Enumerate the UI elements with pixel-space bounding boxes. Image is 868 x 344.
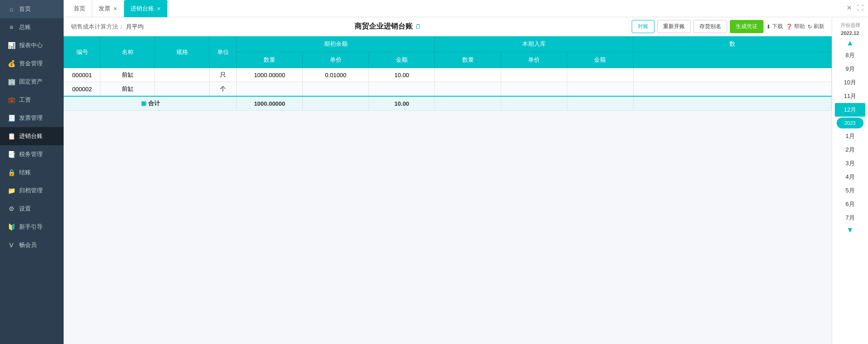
- purchase-sales-icon: 📋: [7, 133, 15, 140]
- col-open-price: 单价: [303, 52, 369, 68]
- scroll-down-button[interactable]: ▼: [832, 225, 868, 236]
- tax-icon: 📑: [7, 151, 15, 158]
- toolbar-buttons: 对账 重新开账 存货别名 生成凭证 ⬇ 下载 ❓ 帮助 ↻ 刷新: [632, 20, 824, 33]
- total-row: ▣合计 1000.00000 10.00: [64, 96, 832, 111]
- cell-in-price-2: [501, 82, 567, 97]
- month-panel: 月份选择 2022.12 ▲ 8月 9月 10月 11月 12月 2023 1月…: [832, 17, 868, 344]
- col-group-opening: 期初余额: [237, 36, 435, 52]
- sidebar-item-settings[interactable]: ⚙ 设置: [0, 200, 64, 218]
- cell-spec-1: [155, 68, 210, 82]
- cell-extra-2: [633, 82, 831, 97]
- total-open-price: [303, 96, 369, 111]
- tab-purchase-sales-close[interactable]: ✕: [157, 0, 161, 17]
- col-in-qty: 数量: [435, 52, 501, 68]
- total-icon: ▣: [141, 100, 146, 107]
- page-body: 销售成本计算方法： 月平均 商贸企业进销台账 🗒 对账 重新开账 存货别名 生成…: [64, 17, 832, 344]
- month-item-2023-5[interactable]: 5月: [832, 184, 868, 197]
- cell-id-2: 000002: [64, 82, 100, 97]
- col-id: 编号: [64, 36, 100, 68]
- cell-open-qty-1: 1000.00000: [237, 68, 303, 82]
- sidebar-item-home[interactable]: ⌂ 首页: [0, 0, 64, 18]
- window-maximize-button[interactable]: ⛶: [856, 4, 864, 12]
- col-open-qty: 数量: [237, 52, 303, 68]
- help-icon: ❓: [786, 24, 793, 30]
- info-bar: 销售成本计算方法： 月平均 商贸企业进销台账 🗒 对账 重新开账 存货别名 生成…: [64, 17, 832, 36]
- month-item-8[interactable]: 8月: [832, 49, 868, 62]
- download-button[interactable]: ⬇ 下载: [766, 23, 783, 30]
- page-title-icon[interactable]: 🗒: [415, 23, 421, 30]
- cell-open-amount-1: 10.00: [369, 68, 434, 82]
- main-table: 编号 名称 规格 单位 期初余额 本期入库 数 数量 单价 金额 数: [64, 36, 832, 111]
- month-item-2023-2[interactable]: 2月: [832, 143, 868, 157]
- col-name: 名称: [100, 36, 155, 68]
- month-item-2023-4[interactable]: 4月: [832, 170, 868, 184]
- cell-open-amount-2: [369, 82, 434, 97]
- cell-unit-2: 个: [210, 82, 237, 97]
- payroll-icon: 💼: [7, 96, 15, 103]
- reconcile-button[interactable]: 对账: [632, 20, 654, 33]
- content-area: 销售成本计算方法： 月平均 商贸企业进销台账 🗒 对账 重新开账 存货别名 生成…: [64, 17, 868, 344]
- year-2022-label: 2022.12: [832, 29, 868, 38]
- col-open-amount: 金额: [369, 52, 434, 68]
- ledger-icon: ≡: [7, 24, 15, 31]
- window-close-button[interactable]: ✕: [845, 4, 853, 12]
- sidebar-item-archive[interactable]: 📁 归档管理: [0, 182, 64, 200]
- sidebar-item-assets[interactable]: 🏢 固定资产: [0, 73, 64, 91]
- funds-icon: 💰: [7, 60, 15, 67]
- total-in-price: [501, 96, 567, 111]
- col-unit: 单位: [210, 36, 237, 68]
- month-item-10[interactable]: 10月: [832, 76, 868, 89]
- archive-icon: 📁: [7, 187, 15, 194]
- window-controls: ✕ ⛶: [845, 4, 864, 12]
- tab-home[interactable]: 首页: [67, 0, 92, 17]
- month-item-11[interactable]: 11月: [832, 89, 868, 103]
- sidebar-item-ledger[interactable]: ≡ 总账: [0, 18, 64, 36]
- col-in-price: 单价: [501, 52, 567, 68]
- col-group-inbound: 本期入库: [435, 36, 633, 52]
- page-title: 商贸企业进销台账: [354, 22, 413, 31]
- cell-spec-2: [155, 82, 210, 97]
- cell-in-qty-2: [435, 82, 501, 97]
- month-item-2023-6[interactable]: 6月: [832, 197, 868, 211]
- sidebar-item-purchase-sales[interactable]: 📋 进销台账: [0, 127, 64, 145]
- help-button[interactable]: ❓ 帮助: [786, 23, 805, 30]
- cell-extra-1: [633, 68, 831, 82]
- reopen-button[interactable]: 重新开账: [657, 20, 691, 33]
- cell-in-price-1: [501, 68, 567, 82]
- total-extra: [633, 96, 831, 111]
- month-item-9[interactable]: 9月: [832, 62, 868, 76]
- total-open-qty: 1000.00000: [237, 96, 303, 111]
- tab-purchase-sales[interactable]: 进销台账 ✕: [124, 0, 168, 17]
- total-open-amount: 10.00: [369, 96, 434, 111]
- cost-method-value: 月平均: [126, 23, 144, 31]
- total-in-amount: [567, 96, 633, 111]
- month-item-2023-1[interactable]: 1月: [832, 129, 868, 143]
- cell-name-2: 前缸: [100, 82, 155, 97]
- cell-open-qty-2: [237, 82, 303, 97]
- col-group-outbound: 数: [633, 36, 831, 52]
- generate-voucher-button[interactable]: 生成凭证: [730, 20, 763, 33]
- sidebar-item-vip[interactable]: V 畅会员: [0, 236, 64, 254]
- month-item-12[interactable]: 12月: [835, 103, 865, 117]
- invoice-mgmt-icon: 🧾: [7, 114, 15, 122]
- sidebar-item-invoice-mgmt[interactable]: 🧾 发票管理: [0, 109, 64, 127]
- sidebar-item-guide[interactable]: 🔰 新手引导: [0, 218, 64, 236]
- download-icon: ⬇: [766, 24, 771, 30]
- sidebar-item-closing[interactable]: 🔒 结账: [0, 163, 64, 182]
- month-item-2023-7[interactable]: 7月: [832, 211, 868, 225]
- refresh-button[interactable]: ↻ 刷新: [808, 23, 824, 30]
- sidebar: ⌂ 首页 ≡ 总账 📊 报表中心 💰 资金管理 🏢 固定资产 💼 工资 🧾 发票…: [0, 0, 64, 344]
- tab-invoice[interactable]: 发票 ✕: [92, 0, 124, 17]
- save-alias-button[interactable]: 存货别名: [693, 20, 727, 33]
- sidebar-item-funds[interactable]: 💰 资金管理: [0, 54, 64, 73]
- sidebar-item-reports[interactable]: 📊 报表中心: [0, 36, 64, 54]
- guide-icon: 🔰: [7, 223, 15, 231]
- sidebar-item-tax[interactable]: 📑 税务管理: [0, 145, 64, 163]
- vip-icon: V: [7, 241, 15, 249]
- scroll-up-button[interactable]: ▲: [832, 38, 868, 49]
- sidebar-item-payroll[interactable]: 💼 工资: [0, 91, 64, 109]
- month-item-2023-3[interactable]: 3月: [832, 157, 868, 170]
- cell-name-1: 前缸: [100, 68, 155, 82]
- tab-invoice-close[interactable]: ✕: [113, 0, 117, 17]
- closing-icon: 🔒: [7, 169, 15, 176]
